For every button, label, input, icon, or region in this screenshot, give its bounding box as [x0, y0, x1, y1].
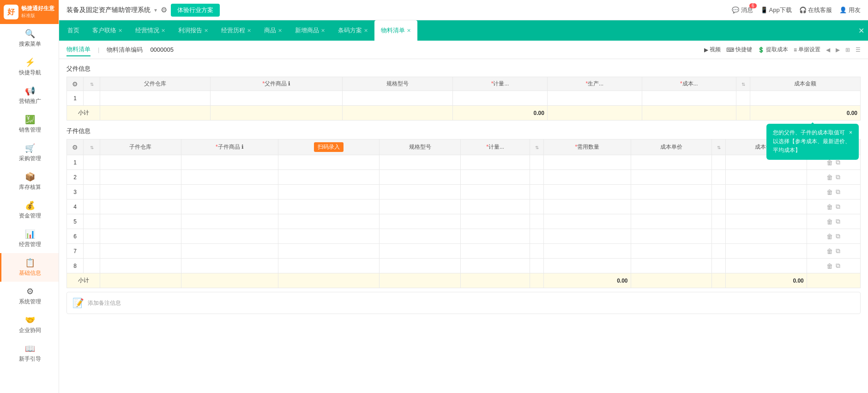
- parent-cell-unit[interactable]: [453, 91, 548, 106]
- sidebar-item-system[interactable]: ⚙ 系统管理: [0, 282, 59, 310]
- close-icon[interactable]: ✕: [204, 28, 208, 34]
- sidebar-item-search[interactable]: 🔍 搜索菜单: [0, 24, 59, 53]
- close-icon[interactable]: ✕: [247, 28, 251, 34]
- child-col-sort3: ⇅: [712, 139, 726, 155]
- nav-close-button[interactable]: ✕: [856, 24, 866, 37]
- close-icon[interactable]: ✕: [161, 28, 165, 34]
- parent-cell-sort: [736, 91, 750, 106]
- tab-barcode[interactable]: 条码方案 ✕: [332, 20, 374, 41]
- parent-cell-spec[interactable]: [343, 91, 453, 106]
- child-cell-unit[interactable]: [460, 155, 530, 170]
- sidebar-item-operations[interactable]: 📊 经营管理: [0, 224, 59, 253]
- tab-products[interactable]: 商品 ✕: [258, 20, 289, 41]
- tab-customer-label: 客户联络: [92, 26, 116, 35]
- child-row: 2 🗑 ⧉: [67, 170, 861, 185]
- expand-icon[interactable]: ⊞: [845, 47, 850, 53]
- settings-icon[interactable]: ⚙: [161, 6, 167, 14]
- sidebar-item-inventory[interactable]: 📦 库存核算: [0, 167, 59, 196]
- child-cell-product[interactable]: [181, 155, 278, 170]
- cost-icon: 💲: [758, 47, 765, 53]
- nav-right-icon[interactable]: ▶: [836, 47, 840, 53]
- doc-settings-action[interactable]: ≡ 单据设置: [794, 46, 820, 54]
- parent-cell-produce[interactable]: [547, 91, 642, 106]
- tab-profit[interactable]: 利润报告 ✕: [172, 20, 215, 41]
- tab-home[interactable]: 首页: [61, 20, 86, 41]
- delete-icon[interactable]: 🗑: [826, 174, 833, 181]
- copy-icon[interactable]: ⧉: [836, 218, 840, 225]
- tab-new-product[interactable]: 新增商品 ✕: [289, 20, 332, 41]
- user-menu[interactable]: 👤 用友: [839, 6, 861, 14]
- video-action[interactable]: ▶ 视频: [704, 46, 721, 54]
- extract-cost-label: 提取成本: [766, 46, 788, 54]
- sidebar-item-basic[interactable]: 📋 基础信息: [0, 253, 59, 282]
- parent-subtotal-empty2: [210, 106, 343, 121]
- scan-button[interactable]: 扫码录入: [314, 142, 344, 152]
- delete-icon[interactable]: 🗑: [826, 188, 833, 196]
- parent-cell-product[interactable]: [210, 91, 343, 106]
- note-placeholder[interactable]: 添加备注信息: [88, 299, 121, 307]
- child-col-scan[interactable]: 扫码录入: [278, 139, 380, 155]
- parent-cell-cost[interactable]: [642, 91, 736, 106]
- nav-left-icon[interactable]: ◀: [826, 47, 830, 53]
- sub-tab-code[interactable]: 物料清单编码: [107, 44, 143, 56]
- sidebar-item-guide[interactable]: 📖 新手引导: [0, 339, 59, 368]
- copy-icon[interactable]: ⧉: [836, 232, 840, 240]
- sidebar-item-label: 企业协同: [19, 326, 41, 334]
- trial-button[interactable]: 体验行业方案: [171, 4, 220, 17]
- message-icon: 💬: [732, 6, 739, 13]
- tab-bom[interactable]: 物料清单 ✕: [374, 20, 417, 41]
- video-icon: ▶: [704, 47, 708, 53]
- parent-cell-warehouse[interactable]: [100, 91, 211, 106]
- sidebar-item-sales[interactable]: 💹 销售管理: [0, 110, 59, 139]
- sidebar-item-label: 基础信息: [19, 269, 41, 277]
- child-cell-spec[interactable]: [380, 155, 461, 170]
- child-col-unit-cost: 成本单价: [631, 139, 712, 155]
- copy-icon[interactable]: ⧉: [836, 203, 840, 211]
- sidebar-item-marketing[interactable]: 📢 营销推广: [0, 81, 59, 110]
- cost-tooltip: × 您的父件、子件的成本取值可以选择【参考成本、最新进价、平均成本】: [766, 124, 859, 160]
- parent-col-sort2: ⇅: [736, 77, 750, 91]
- tab-operations[interactable]: 经营情况 ✕: [129, 20, 172, 41]
- sidebar-item-quicknav[interactable]: ⚡ 快捷导航: [0, 53, 59, 81]
- delete-icon[interactable]: 🗑: [826, 159, 833, 166]
- tooltip-close-button[interactable]: ×: [849, 128, 852, 137]
- close-icon[interactable]: ✕: [278, 28, 282, 34]
- close-icon[interactable]: ✕: [118, 28, 122, 34]
- app-download-btn[interactable]: 📱 App下载: [760, 6, 792, 14]
- menu-icon[interactable]: ☰: [856, 47, 861, 53]
- tab-history[interactable]: 经营历程 ✕: [215, 20, 258, 41]
- close-icon[interactable]: ✕: [407, 28, 411, 34]
- online-service-btn[interactable]: 🎧 在线客服: [799, 6, 832, 14]
- copy-icon[interactable]: ⧉: [836, 173, 840, 181]
- sidebar-item-purchase[interactable]: 🛒 采购管理: [0, 139, 59, 167]
- tab-customer[interactable]: 客户联络 ✕: [86, 20, 129, 41]
- sub-tab-bom[interactable]: 物料清单: [66, 43, 90, 56]
- close-icon[interactable]: ✕: [321, 28, 325, 34]
- copy-icon[interactable]: ⧉: [836, 262, 840, 270]
- child-cell-unit-cost[interactable]: [631, 155, 712, 170]
- child-cell-qty[interactable]: [544, 155, 631, 170]
- message-btn[interactable]: 💬 6 消息: [732, 6, 753, 14]
- delete-icon[interactable]: 🗑: [826, 203, 833, 211]
- dropdown-arrow-icon[interactable]: ▾: [154, 7, 157, 13]
- parent-col-settings[interactable]: ⚙: [67, 77, 84, 91]
- tab-new-product-label: 新增商品: [295, 26, 319, 35]
- sidebar-item-finance[interactable]: 💰 资金管理: [0, 196, 59, 224]
- close-icon[interactable]: ✕: [364, 28, 368, 34]
- sidebar-item-label: 采购管理: [19, 155, 41, 163]
- tab-products-label: 商品: [264, 26, 276, 35]
- copy-icon[interactable]: ⧉: [836, 188, 840, 196]
- content-area: × 您的父件、子件的成本取值可以选择【参考成本、最新进价、平均成本】 父件信息 …: [59, 59, 868, 393]
- shortcut-action[interactable]: ⌨ 快捷键: [726, 46, 752, 54]
- copy-icon[interactable]: ⧉: [836, 247, 840, 255]
- extract-cost-action[interactable]: 💲 提取成本: [758, 46, 788, 54]
- delete-icon[interactable]: 🗑: [826, 248, 833, 255]
- delete-icon[interactable]: 🗑: [826, 233, 833, 240]
- child-cell-warehouse[interactable]: [100, 155, 181, 170]
- child-col-settings[interactable]: ⚙: [67, 139, 84, 155]
- sidebar-item-collab[interactable]: 🤝 企业协同: [0, 310, 59, 339]
- delete-icon[interactable]: 🗑: [826, 218, 833, 225]
- sidebar-item-label: 快捷导航: [19, 69, 41, 77]
- delete-icon[interactable]: 🗑: [826, 262, 833, 270]
- tab-barcode-label: 条码方案: [338, 26, 362, 35]
